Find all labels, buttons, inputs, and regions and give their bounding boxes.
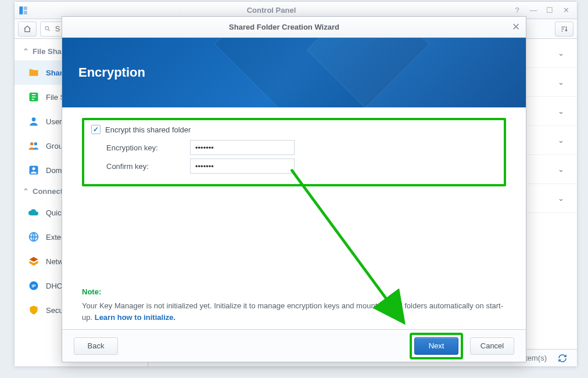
svg-point-9 bbox=[33, 167, 35, 170]
sort-button[interactable] bbox=[555, 21, 573, 37]
file-services-icon bbox=[27, 91, 40, 103]
dialog-title: Shared Folder Creation Wizard bbox=[62, 23, 506, 31]
close-icon[interactable]: ✕ bbox=[560, 5, 572, 16]
group-icon bbox=[27, 139, 40, 152]
note-block: Note: Your Key Manager is not initialize… bbox=[82, 286, 506, 323]
network-icon bbox=[27, 255, 40, 268]
chevron-down-icon: ⌄ bbox=[558, 78, 564, 87]
confirm-key-input[interactable] bbox=[190, 159, 295, 174]
chevron-down-icon: ⌄ bbox=[558, 136, 564, 145]
svg-point-3 bbox=[45, 27, 49, 30]
chevron-down-icon: ⌄ bbox=[558, 49, 564, 57]
cancel-button[interactable]: Cancel bbox=[470, 337, 514, 355]
folder-icon bbox=[27, 66, 40, 79]
svg-rect-2 bbox=[24, 10, 27, 14]
minimize-icon[interactable]: — bbox=[527, 5, 540, 16]
back-button[interactable]: Back bbox=[74, 337, 118, 355]
shield-icon bbox=[27, 304, 40, 316]
encrypt-checkbox[interactable] bbox=[91, 125, 101, 134]
next-button[interactable]: Next bbox=[414, 337, 458, 355]
user-icon bbox=[27, 115, 40, 128]
chevron-up-icon: ⌃ bbox=[23, 187, 29, 196]
domain-icon bbox=[27, 164, 40, 177]
help-icon[interactable]: ? bbox=[511, 5, 524, 16]
dialog-close-button[interactable]: ✕ bbox=[506, 21, 526, 33]
dhcp-icon: IP bbox=[27, 279, 40, 292]
home-button[interactable] bbox=[18, 21, 37, 37]
encryption-key-label: Encryption key: bbox=[106, 143, 182, 152]
dialog-titlebar: Shared Folder Creation Wizard ✕ bbox=[62, 17, 526, 38]
svg-point-5 bbox=[32, 117, 36, 121]
confirm-key-label: Confirm key: bbox=[106, 162, 182, 171]
search-icon bbox=[44, 25, 51, 33]
note-heading: Note: bbox=[82, 286, 506, 298]
svg-point-6 bbox=[30, 142, 33, 145]
next-button-highlight: Next bbox=[410, 333, 463, 359]
encryption-form-highlight: Encrypt this shared folder Encryption ke… bbox=[82, 118, 506, 186]
svg-text:IP: IP bbox=[31, 283, 35, 289]
svg-rect-1 bbox=[24, 6, 27, 10]
confirm-key-row: Confirm key: bbox=[106, 159, 497, 174]
chevron-down-icon: ⌄ bbox=[558, 194, 564, 203]
wizard-dialog: Shared Folder Creation Wizard ✕ Encrypti… bbox=[62, 16, 526, 362]
encryption-key-input[interactable] bbox=[190, 140, 295, 155]
maximize-icon[interactable]: ☐ bbox=[543, 5, 556, 16]
refresh-button[interactable] bbox=[556, 352, 569, 365]
dialog-body: Encrypt this shared folder Encryption ke… bbox=[62, 107, 526, 329]
cloud-icon bbox=[27, 206, 40, 219]
app-icon bbox=[15, 5, 32, 16]
sidebar-item-label: User bbox=[46, 117, 62, 126]
dialog-banner: Encryption bbox=[62, 38, 526, 107]
dialog-banner-title: Encryption bbox=[78, 65, 145, 80]
chevron-down-icon: ⌄ bbox=[558, 165, 564, 174]
chevron-down-icon: ⌄ bbox=[558, 107, 564, 116]
window-title: Control Panel bbox=[32, 6, 511, 15]
globe-icon bbox=[27, 231, 40, 243]
svg-point-7 bbox=[34, 142, 37, 145]
encrypt-checkbox-label: Encrypt this shared folder bbox=[105, 125, 191, 134]
svg-rect-0 bbox=[19, 6, 23, 15]
encryption-key-row: Encryption key: bbox=[106, 140, 497, 155]
note-link[interactable]: Learn how to initialize. bbox=[95, 313, 175, 322]
chevron-up-icon: ⌃ bbox=[23, 47, 29, 56]
encrypt-checkbox-row[interactable]: Encrypt this shared folder bbox=[91, 125, 497, 134]
dialog-footer: Back Next Cancel bbox=[62, 329, 526, 362]
